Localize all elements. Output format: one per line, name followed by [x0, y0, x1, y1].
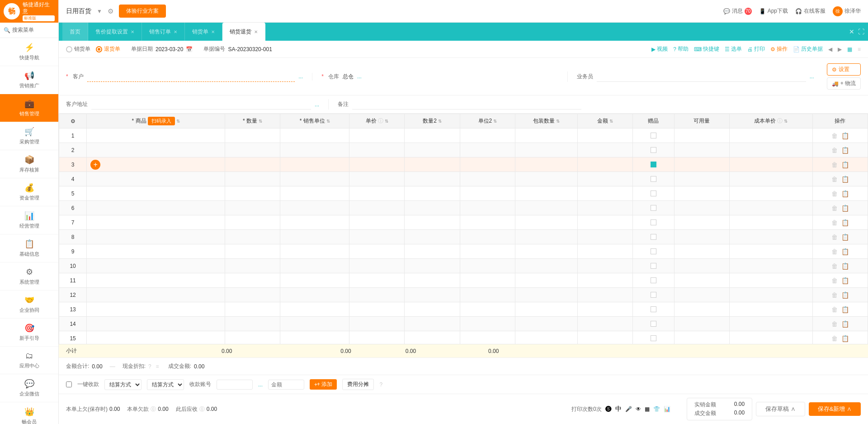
calendar-icon[interactable]: 📅 [186, 46, 193, 52]
gift-checkbox-6[interactable] [651, 205, 656, 211]
gift-checkbox-5[interactable] [651, 191, 656, 196]
cell-qty2-7[interactable] [405, 215, 460, 230]
experience-btn[interactable]: 体验行业方案 [119, 5, 166, 18]
cell-cost-unit-14[interactable] [730, 317, 812, 331]
cell-cost-unit-6[interactable] [730, 201, 812, 215]
help-btn[interactable]: ? 帮助 [673, 45, 689, 53]
cell-available-5[interactable] [674, 186, 729, 201]
cell-available-4[interactable] [674, 172, 729, 186]
cell-unit-price-12[interactable] [349, 288, 405, 302]
cell-qty2-5[interactable] [405, 186, 460, 201]
cell-available-6[interactable] [674, 201, 729, 215]
nav-prev-icon[interactable]: ◀ [828, 46, 832, 52]
cell-product-2[interactable] [87, 143, 225, 157]
calc-method-select[interactable]: 结算方式 [104, 379, 142, 390]
copy-icon-3[interactable]: 📋 [841, 161, 849, 168]
settings-btn[interactable]: ⚙ 设置 [827, 63, 861, 76]
copy-icon-11[interactable]: 📋 [841, 277, 849, 284]
cell-amount-14[interactable] [577, 317, 632, 331]
cell-amount-12[interactable] [577, 288, 632, 302]
grid-view-icon[interactable]: ▦ [847, 46, 852, 52]
address-input[interactable] [91, 99, 311, 110]
account-dots[interactable]: ... [258, 381, 263, 388]
tab-close-sales-order[interactable]: ✕ [174, 29, 177, 34]
cell-qty-7[interactable] [225, 215, 280, 230]
delete-icon-5[interactable]: 🗑 [831, 190, 838, 197]
cell-cost-unit-15[interactable] [730, 331, 812, 344]
select-btn[interactable]: ☰ 选单 [725, 45, 742, 53]
cell-qty-10[interactable] [225, 259, 280, 273]
taskbar-icon-eye[interactable]: 👁 [636, 406, 641, 412]
cell-sales-unit-8[interactable] [280, 230, 349, 244]
cell-product-5[interactable] [87, 186, 225, 201]
cell-gift-11[interactable] [633, 273, 675, 288]
tab-close-all[interactable]: ✕ [849, 28, 854, 35]
cell-qty2-2[interactable] [405, 143, 460, 157]
cell-qty2-12[interactable] [405, 288, 460, 302]
cell-amount-1[interactable] [577, 129, 632, 143]
cell-available-15[interactable] [674, 331, 729, 344]
sidebar-item-inventory[interactable]: 📦 库存核算 [0, 150, 58, 178]
gift-checkbox-13[interactable] [651, 306, 656, 312]
sidebar-item-enterprise[interactable]: 🤝 企业协同 [0, 291, 58, 319]
cell-unit2-1[interactable] [460, 129, 515, 143]
cell-cost-unit-11[interactable] [730, 273, 812, 288]
account-input[interactable] [217, 380, 253, 390]
cell-unit-price-13[interactable] [349, 302, 405, 317]
cell-unit-price-11[interactable] [349, 273, 405, 288]
cell-cost-unit-8[interactable] [730, 230, 812, 244]
cell-gift-14[interactable] [633, 317, 675, 331]
gift-checkbox-10[interactable] [651, 263, 656, 269]
sidebar-item-wechat[interactable]: 💬 企业微信 [0, 374, 58, 402]
cell-gift-5[interactable] [633, 186, 675, 201]
cell-sales-unit-11[interactable] [280, 273, 349, 288]
amount-input[interactable] [268, 380, 304, 390]
gift-checkbox-14[interactable] [651, 321, 656, 327]
cell-available-11[interactable] [674, 273, 729, 288]
sidebar-item-apps[interactable]: 🗂 应用中心 [0, 347, 58, 374]
gift-checkbox-1[interactable] [651, 133, 656, 138]
cell-pkg-qty-2[interactable] [515, 143, 578, 157]
one-click-checkbox[interactable] [66, 381, 72, 387]
calc-type-select[interactable]: 结算方式 [147, 379, 184, 390]
gift-checkbox-7[interactable] [651, 219, 656, 225]
delete-icon-13[interactable]: 🗑 [831, 306, 838, 313]
cell-pkg-qty-9[interactable] [515, 244, 578, 259]
cell-sales-unit-15[interactable] [280, 331, 349, 344]
cell-unit-price-15[interactable] [349, 331, 405, 344]
cell-gift-9[interactable] [633, 244, 675, 259]
cell-sales-unit-5[interactable] [280, 186, 349, 201]
cell-available-8[interactable] [674, 230, 729, 244]
topbar-app-download[interactable]: 📱 App下载 [759, 7, 788, 15]
salesperson-input[interactable] [597, 71, 806, 82]
cell-qty2-11[interactable] [405, 273, 460, 288]
sidebar-item-sales[interactable]: 💼 销售管理 [0, 94, 58, 122]
print-btn[interactable]: 🖨 打印 [747, 45, 765, 53]
delete-icon-9[interactable]: 🗑 [831, 248, 838, 255]
cell-product-8[interactable] [87, 230, 225, 244]
cell-amount-10[interactable] [577, 259, 632, 273]
delete-icon-12[interactable]: 🗑 [831, 291, 838, 299]
cell-qty2-6[interactable] [405, 201, 460, 215]
cell-qty-3[interactable] [225, 157, 280, 172]
sidebar-item-member[interactable]: 👑 畅会员 [0, 402, 58, 424]
cell-unit2-3[interactable] [460, 157, 515, 172]
cell-pkg-qty-11[interactable] [515, 273, 578, 288]
copy-icon-7[interactable]: 📋 [841, 219, 849, 226]
cell-unit-price-2[interactable] [349, 143, 405, 157]
topbar-gear[interactable]: ⚙ [108, 7, 113, 15]
sidebar-item-quick-nav[interactable]: ⚡ 快捷导航 [0, 38, 58, 66]
cell-qty2-4[interactable] [405, 172, 460, 186]
taskbar-icon-grid[interactable]: ▦ [645, 406, 650, 412]
gift-checkbox-2[interactable] [651, 147, 656, 153]
taskbar-icon-shirt[interactable]: 👕 [653, 406, 660, 412]
cell-gift-10[interactable] [633, 259, 675, 273]
cell-amount-2[interactable] [577, 143, 632, 157]
sidebar-item-system[interactable]: ⚙ 系统管理 [0, 262, 58, 291]
cell-qty-13[interactable] [225, 302, 280, 317]
delete-icon-7[interactable]: 🗑 [831, 219, 838, 226]
tab-close-sales-return[interactable]: ✕ [254, 29, 258, 34]
shortcut-btn[interactable]: ⌨ 快捷键 [694, 45, 719, 53]
copy-icon-13[interactable]: 📋 [841, 306, 849, 313]
cell-gift-6[interactable] [633, 201, 675, 215]
